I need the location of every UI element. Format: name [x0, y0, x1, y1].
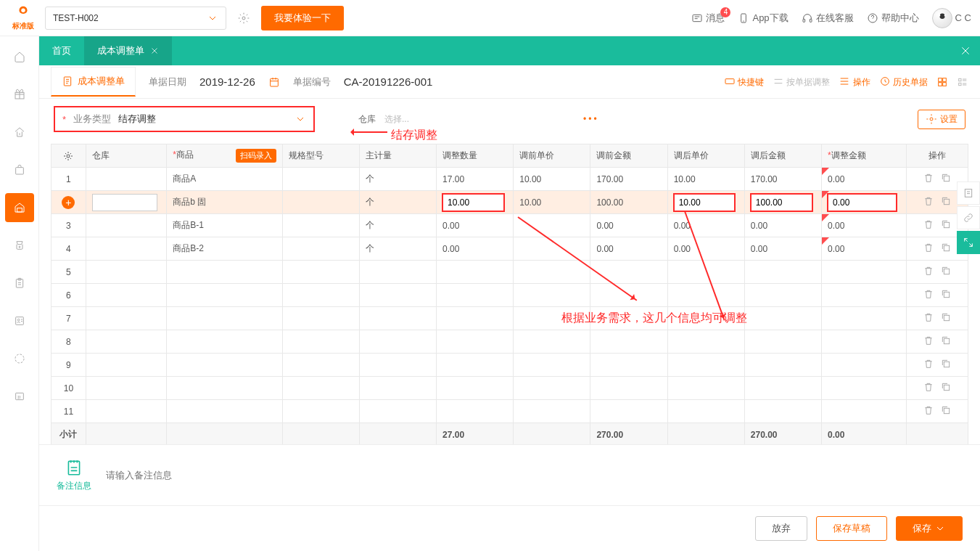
save-draft-button[interactable]: 保存草稿 — [816, 516, 887, 541]
svg-rect-36 — [944, 269, 949, 274]
headset-icon — [802, 12, 813, 24]
save-button[interactable]: 保存 — [896, 516, 963, 541]
remark-section: 备注信息 — [39, 444, 980, 505]
delete-icon[interactable] — [923, 358, 934, 370]
side-home-icon[interactable] — [5, 42, 34, 71]
table-row[interactable]: 3商品B-1个0.000.000.000.000.00 — [52, 214, 968, 237]
copy-icon[interactable] — [940, 172, 952, 184]
delete-icon[interactable] — [923, 311, 934, 323]
company-select[interactable]: TEST-H002 — [45, 7, 226, 30]
delete-icon[interactable] — [923, 172, 934, 184]
delete-icon[interactable] — [923, 219, 934, 230]
side-warehouse-icon[interactable] — [5, 193, 34, 222]
table-row[interactable]: 4商品B-2个0.000.000.000.000.00 — [52, 237, 968, 261]
adj-amt-input[interactable] — [828, 194, 897, 211]
delete-icon[interactable] — [923, 404, 934, 416]
copy-icon[interactable] — [940, 242, 952, 253]
copy-icon[interactable] — [940, 381, 952, 393]
svg-rect-32 — [944, 176, 949, 181]
docno-value: CA-20191226-001 — [344, 75, 433, 88]
rs-note-icon[interactable] — [957, 181, 980, 205]
tab-cost-adjust[interactable]: 成本调整单 — [84, 36, 172, 65]
qty-input[interactable] — [442, 194, 504, 211]
settings-button[interactable]: 设置 — [918, 110, 965, 129]
table-row[interactable]: 8 — [52, 330, 968, 354]
grid-view-icon[interactable] — [936, 76, 948, 88]
copy-icon[interactable] — [940, 335, 952, 346]
svg-text:新: 新 — [17, 395, 20, 399]
close-icon[interactable] — [150, 46, 159, 55]
post-price-input[interactable] — [674, 194, 736, 211]
table-row[interactable]: 10 — [52, 377, 968, 400]
calendar-icon[interactable] — [268, 76, 280, 88]
shortcut-link[interactable]: 快捷键 — [724, 75, 764, 89]
table-row[interactable]: 9 — [52, 354, 968, 377]
remark-input[interactable] — [106, 470, 963, 481]
help-link[interactable]: 帮助中心 — [867, 12, 919, 25]
copy-icon[interactable] — [940, 219, 952, 230]
rs-expand-icon[interactable] — [957, 231, 980, 254]
close-all-tabs[interactable] — [951, 36, 980, 65]
delete-icon[interactable] — [923, 335, 934, 346]
table-row[interactable]: +商品b 固个10.00100.00 — [52, 191, 968, 214]
tab-home[interactable]: 首页 — [39, 36, 84, 65]
copy-icon[interactable] — [940, 265, 952, 277]
table-row[interactable]: 11 — [52, 400, 968, 423]
side-money-icon[interactable] — [5, 231, 34, 260]
table-row[interactable]: 6 — [52, 284, 968, 307]
side-loading-icon[interactable] — [5, 344, 34, 373]
biz-type-select[interactable]: *业务类型 结存调整 — [54, 106, 315, 132]
doc-type-tab[interactable]: 成本调整单 — [51, 67, 136, 97]
side-contact-icon[interactable] — [5, 306, 34, 335]
service-link[interactable]: 在线客服 — [802, 12, 854, 25]
side-gift-icon[interactable] — [5, 80, 34, 109]
by-doc-link[interactable]: 按单据调整 — [773, 75, 830, 89]
delete-icon[interactable] — [923, 195, 934, 207]
delete-icon[interactable] — [923, 265, 934, 277]
app-download-link[interactable]: App下载 — [738, 12, 788, 25]
side-new-icon[interactable]: 新 — [5, 382, 34, 411]
copy-icon[interactable] — [940, 404, 952, 416]
delete-icon[interactable] — [923, 381, 934, 393]
svg-rect-15 — [15, 317, 23, 325]
list-view-icon[interactable] — [957, 76, 968, 88]
help-icon — [867, 12, 878, 24]
more-dots[interactable]: ••• — [583, 114, 599, 124]
svg-rect-27 — [943, 82, 947, 86]
copy-icon[interactable] — [940, 358, 952, 370]
experience-button[interactable]: 我要体验一下 — [261, 6, 344, 30]
add-row-icon[interactable]: + — [62, 196, 75, 209]
form-row: *业务类型 结存调整 仓库 选择... ••• 设置 结存调整 — [39, 99, 980, 144]
gear-icon[interactable] — [234, 8, 254, 28]
copy-icon[interactable] — [940, 195, 952, 207]
side-up-icon[interactable] — [5, 118, 34, 147]
svg-rect-2 — [693, 15, 701, 21]
svg-rect-24 — [939, 78, 942, 81]
rs-link-icon[interactable] — [957, 206, 980, 229]
user-menu[interactable]: C C — [932, 8, 971, 28]
th-qty: 调整数量 — [437, 144, 514, 168]
svg-point-16 — [17, 319, 20, 321]
th-warehouse: 仓库 — [86, 144, 167, 168]
svg-rect-33 — [944, 199, 949, 204]
side-bag-icon[interactable] — [5, 155, 34, 184]
cancel-button[interactable]: 放弃 — [755, 516, 807, 541]
side-clipboard-icon[interactable] — [5, 269, 34, 298]
history-link[interactable]: 历史单据 — [879, 75, 928, 89]
copy-icon[interactable] — [940, 311, 952, 323]
tabstrip: 首页 成本调整单 — [39, 36, 980, 65]
scan-input-button[interactable]: 扫码录入 — [236, 149, 276, 163]
table-row[interactable]: 5 — [52, 261, 968, 284]
wh-input[interactable] — [92, 194, 157, 211]
post-amt-input[interactable] — [751, 194, 812, 211]
warehouse-select[interactable]: 选择... — [384, 113, 409, 126]
copy-icon[interactable] — [940, 288, 952, 300]
ops-link[interactable]: 操作 — [839, 75, 870, 89]
delete-icon[interactable] — [923, 242, 934, 253]
date-value[interactable]: 2019-12-26 — [199, 75, 255, 88]
messages-link[interactable]: 消息 4 — [691, 12, 725, 25]
table-row[interactable]: 7 — [52, 307, 968, 330]
table-row[interactable]: 1商品A个17.0010.00170.0010.00170.000.00 — [52, 168, 968, 191]
delete-icon[interactable] — [923, 288, 934, 300]
th-gear[interactable] — [52, 144, 86, 168]
